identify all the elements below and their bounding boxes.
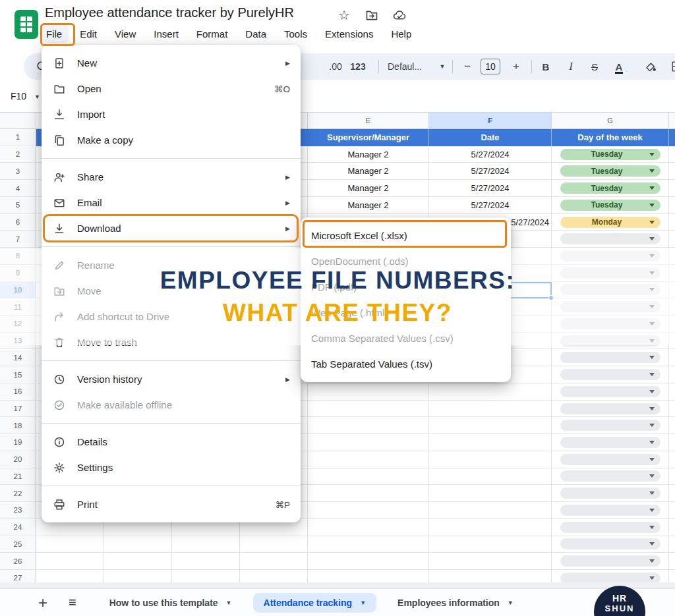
- cell[interactable]: [669, 485, 675, 502]
- spreadsheet-corner[interactable]: [0, 112, 36, 129]
- menu-data[interactable]: Data: [239, 25, 273, 43]
- cell[interactable]: Manager 2: [308, 180, 429, 197]
- file-menu-item-email[interactable]: Email▶: [42, 190, 301, 215]
- cell[interactable]: Tuesday: [552, 180, 669, 197]
- cell[interactable]: [104, 536, 172, 553]
- cell[interactable]: [308, 485, 429, 502]
- day-dropdown-chip[interactable]: [560, 470, 660, 482]
- cell[interactable]: 5/27/2024: [429, 163, 552, 180]
- cell[interactable]: [669, 434, 675, 451]
- row-header-6[interactable]: 6: [0, 214, 36, 231]
- increase-font-size-button[interactable]: +: [509, 53, 523, 80]
- cell[interactable]: [308, 417, 429, 434]
- borders-icon[interactable]: [667, 53, 675, 80]
- column-header-f[interactable]: F: [429, 112, 552, 129]
- fill-color-icon[interactable]: [641, 53, 660, 80]
- day-dropdown-chip[interactable]: [560, 352, 660, 363]
- text-color-button[interactable]: A: [610, 53, 628, 80]
- cell[interactable]: [308, 536, 429, 553]
- cell[interactable]: [552, 383, 669, 401]
- day-dropdown-chip[interactable]: [560, 538, 660, 549]
- font-size-input[interactable]: 10: [481, 59, 500, 74]
- row-header-18[interactable]: 18: [0, 417, 36, 434]
- file-menu-item-version-history[interactable]: Version history▶: [42, 366, 301, 392]
- file-menu-item-new[interactable]: New▶: [42, 50, 301, 76]
- cell[interactable]: [172, 536, 240, 553]
- cell[interactable]: [552, 401, 669, 418]
- cell[interactable]: [308, 553, 429, 570]
- document-title[interactable]: Employee attendance tracker by PurelyHR: [45, 5, 294, 20]
- star-icon[interactable]: ☆: [336, 7, 352, 23]
- cell[interactable]: [429, 468, 552, 486]
- day-dropdown-chip[interactable]: [560, 505, 660, 516]
- tab-dropdown-icon[interactable]: ▼: [226, 600, 232, 606]
- column-header-e[interactable]: E: [308, 112, 429, 129]
- menu-insert[interactable]: Insert: [147, 25, 185, 43]
- day-dropdown-chip[interactable]: [560, 437, 660, 448]
- file-menu-item-make-a-copy[interactable]: Make a copy: [42, 127, 301, 153]
- day-dropdown-chip[interactable]: Tuesday: [560, 182, 660, 194]
- cell[interactable]: [308, 434, 429, 451]
- column-header-g[interactable]: G: [552, 112, 669, 129]
- cell[interactable]: [429, 553, 552, 570]
- cell[interactable]: [429, 434, 552, 451]
- day-dropdown-chip[interactable]: [560, 369, 660, 380]
- row-header-15[interactable]: 15: [0, 366, 36, 383]
- row-header-26[interactable]: 26: [0, 553, 36, 570]
- cell[interactable]: [669, 146, 675, 163]
- row-header-20[interactable]: 20: [0, 451, 36, 468]
- row-header-24[interactable]: 24: [0, 519, 36, 536]
- bold-button[interactable]: B: [538, 53, 554, 80]
- sheet-tab-how-to-use-this-template[interactable]: How to use this template▼: [99, 593, 243, 613]
- row-header-3[interactable]: 3: [0, 163, 36, 180]
- row-header-1[interactable]: 1: [0, 129, 36, 146]
- row-header-22[interactable]: 22: [0, 485, 36, 502]
- cell[interactable]: Monday: [552, 214, 669, 231]
- cell[interactable]: [429, 502, 552, 519]
- row-header-23[interactable]: 23: [0, 502, 36, 519]
- row-header-25[interactable]: 25: [0, 536, 36, 553]
- cell[interactable]: [308, 468, 429, 486]
- cell[interactable]: 5/27/2024: [429, 180, 552, 197]
- horizontal-scrollbar[interactable]: [0, 582, 675, 588]
- cell[interactable]: [669, 349, 675, 366]
- day-dropdown-chip[interactable]: [560, 488, 660, 499]
- day-dropdown-chip[interactable]: [560, 555, 660, 567]
- cell[interactable]: [308, 519, 429, 536]
- file-menu-item-details[interactable]: Details: [42, 429, 301, 455]
- cell[interactable]: [669, 502, 675, 519]
- sheet-tab-employees-information[interactable]: Employees information▼: [387, 593, 524, 613]
- cell[interactable]: [669, 451, 675, 468]
- cell[interactable]: [669, 197, 675, 214]
- cell[interactable]: [308, 383, 429, 401]
- font-selector[interactable]: Defaul...: [388, 53, 434, 80]
- cell[interactable]: [669, 536, 675, 553]
- cell[interactable]: Manager 2: [308, 163, 429, 180]
- file-menu-item-open[interactable]: Open⌘O: [42, 76, 301, 101]
- strikethrough-button[interactable]: S: [587, 53, 602, 80]
- cell[interactable]: [669, 401, 675, 418]
- file-menu-item-settings[interactable]: Settings: [42, 455, 301, 480]
- cell[interactable]: [669, 553, 675, 570]
- cell[interactable]: Tuesday: [552, 163, 669, 180]
- cell[interactable]: [552, 451, 669, 468]
- increase-decimal-button[interactable]: .00: [326, 53, 345, 80]
- cell[interactable]: [552, 349, 669, 366]
- cell[interactable]: Manager 2: [308, 197, 429, 214]
- cell[interactable]: [552, 468, 669, 486]
- day-dropdown-chip[interactable]: [560, 522, 660, 533]
- file-menu-item-make-available-offline[interactable]: Make available offline: [42, 392, 301, 418]
- day-dropdown-chip[interactable]: Tuesday: [560, 165, 660, 177]
- cell[interactable]: [104, 553, 172, 570]
- menu-format[interactable]: Format: [190, 25, 235, 43]
- cell[interactable]: [240, 536, 308, 553]
- menu-tools[interactable]: Tools: [278, 25, 314, 43]
- cell[interactable]: [552, 366, 669, 383]
- tab-dropdown-icon[interactable]: ▼: [508, 600, 514, 606]
- cell[interactable]: [669, 180, 675, 197]
- cell[interactable]: [669, 214, 675, 231]
- day-dropdown-chip[interactable]: [560, 420, 660, 431]
- add-sheet-button[interactable]: +: [38, 595, 47, 611]
- name-box[interactable]: F10: [11, 91, 26, 101]
- cell[interactable]: [308, 502, 429, 519]
